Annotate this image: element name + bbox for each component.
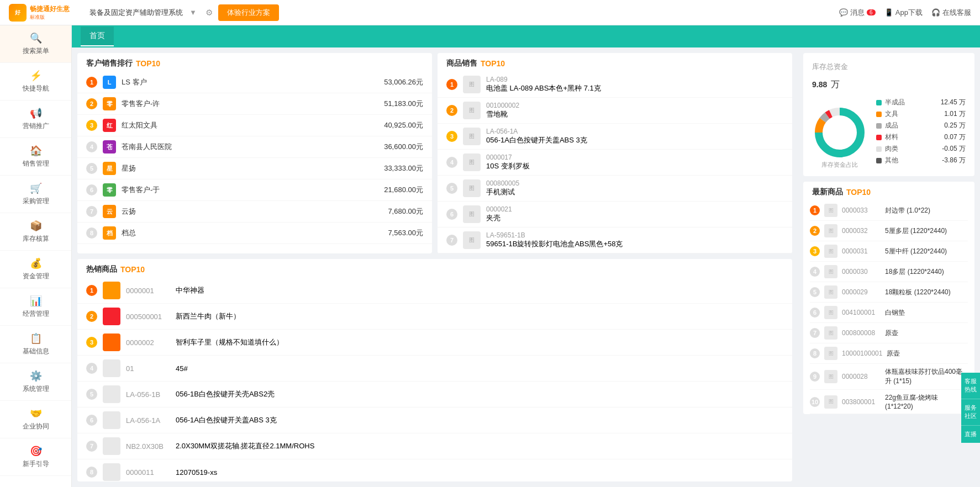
product-name: 智利车子里（规格不知道填什么） <box>176 337 283 347</box>
rank-number: 6 <box>810 308 820 317</box>
sidebar: 🔍 搜索菜单 ⚡ 快捷导航 📢 营销推广 🏠 销售管理 🛒 采购管理 📦 库存核… <box>0 25 72 487</box>
rank-number: 8 <box>86 467 97 478</box>
avatar: 零 <box>103 97 116 110</box>
sidebar-item-marketing[interactable]: 📢 营销推广 <box>0 100 71 138</box>
rank-number: 5 <box>86 389 97 400</box>
product-thumbnail: 图 <box>463 231 481 249</box>
product-name: 45# <box>176 364 188 373</box>
rank-number: 1 <box>86 77 97 88</box>
main-layout: 🔍 搜索菜单 ⚡ 快捷导航 📢 营销推广 🏠 销售管理 🛒 采购管理 📦 库存核… <box>0 25 980 487</box>
rank-number: 8 <box>86 227 97 239</box>
sidebar-item-inventory[interactable]: 📦 库存核算 <box>0 213 71 251</box>
settings-icon[interactable]: ⚙ <box>206 8 213 18</box>
system-selector: 装备及固定资产辅助管理系统 ▼ ⚙ <box>89 8 213 18</box>
sidebar-item-basic-info[interactable]: 📋 基础信息 <box>0 326 71 363</box>
logo-text: 畅捷通好生意 标准版 <box>30 4 70 21</box>
top-two-col: 客户销售排行 TOP10 1 L LS 客户 53,006.26元 <box>77 53 792 253</box>
rank-number: 2 <box>86 311 97 322</box>
trial-button[interactable]: 体验行业方案 <box>218 4 279 21</box>
dropdown-arrow-icon[interactable]: ▼ <box>189 8 197 17</box>
product-thumbnail <box>103 463 120 481</box>
avatar: 星 <box>103 162 116 175</box>
sidebar-label-search: 搜索菜单 <box>23 46 49 56</box>
system-name: 装备及固定资产辅助管理系统 <box>89 8 183 18</box>
live-button[interactable]: 直播 <box>961 426 980 443</box>
inventory-amount: 9.88 万 <box>812 74 966 91</box>
cooperation-icon: 🤝 <box>30 407 42 420</box>
purchase-icon: 🛒 <box>30 182 42 194</box>
product-code: 0000021 <box>486 205 783 213</box>
sidebar-item-system[interactable]: ⚙️ 系统管理 <box>0 363 71 401</box>
product-code: NB2.0X30B <box>126 442 170 451</box>
avatar: 档 <box>103 226 116 240</box>
table-row: 5 星 星扬 33,333.00元 <box>77 158 432 179</box>
legend-color <box>876 158 882 163</box>
sidebar-label-inventory: 库存核算 <box>23 234 49 244</box>
table-row: 1 L LS 客户 53,006.26元 <box>77 72 432 93</box>
sidebar-item-finance[interactable]: 💰 资金管理 <box>0 251 71 288</box>
product-code: LA-056-1B <box>126 390 170 399</box>
product-code: 01 <box>126 364 170 373</box>
rank-number: 6 <box>86 184 97 195</box>
sales-icon: 🏠 <box>30 145 42 157</box>
avatar: 零 <box>103 183 116 197</box>
table-row: 3 红 红太阳文具 40,925.00元 <box>77 115 432 136</box>
app-download-button[interactable]: 📱 App下载 <box>884 8 923 18</box>
list-item: 8 图 10000100001 原壶 <box>810 343 968 364</box>
donut-label: 库存资金占比 <box>812 161 867 169</box>
product-name: 59651-1B旋转投影灯电池盒ABS黑色+58克 <box>486 239 783 249</box>
marketing-icon: 📢 <box>30 107 42 119</box>
legend-color <box>876 146 882 152</box>
rank-number: 1 <box>86 285 97 296</box>
product-info: 0000021 夹壳 <box>486 205 783 223</box>
product-code: 0000002 <box>126 338 170 347</box>
sidebar-label-basic-info: 基础信息 <box>23 347 49 356</box>
sidebar-item-operations[interactable]: 📊 经营管理 <box>0 288 71 326</box>
sidebar-label-guide: 新手引导 <box>23 459 49 469</box>
basic-info-icon: 📋 <box>30 332 42 345</box>
sidebar-item-cooperation[interactable]: 🤝 企业协同 <box>0 401 71 438</box>
product-thumbnail: 图 <box>463 205 481 223</box>
content-area: 首页 客户销售排行 TOP10 1 <box>72 25 980 487</box>
product-thumbnail <box>103 308 120 325</box>
avatar: 云 <box>103 205 116 218</box>
customer-service-button[interactable]: 客服热线 <box>961 373 980 399</box>
list-item: 1 0000001 中华神器 <box>77 278 792 304</box>
legend: 半成品 12.45 万 文具 1.01 万 成品 0 <box>876 98 966 167</box>
sidebar-item-quick-nav[interactable]: ⚡ 快捷导航 <box>0 63 71 100</box>
rank-number: 7 <box>86 441 97 452</box>
community-button[interactable]: 服务社区 <box>961 399 980 426</box>
message-button[interactable]: 💬 消息 6 <box>839 8 876 18</box>
finance-icon: 💰 <box>30 257 42 269</box>
list-item: 8 0000011 12070519-xs <box>77 459 792 481</box>
rank-number: 8 <box>810 348 820 358</box>
logo: 好 畅捷通好生意 标准版 <box>9 4 81 22</box>
legend-item: 半成品 12.45 万 <box>876 98 966 107</box>
sidebar-item-search[interactable]: 🔍 搜索菜单 <box>0 25 71 63</box>
sidebar-item-guide[interactable]: 🎯 新手引导 <box>0 438 71 476</box>
table-row: 4 苍 苍南县人民医院 36,600.00元 <box>77 136 432 158</box>
nav-item-home[interactable]: 首页 <box>81 27 114 46</box>
rank-number: 5 <box>86 163 97 174</box>
list-item: 6 图 0000021 夹壳 <box>438 202 792 227</box>
product-thumbnail: 图 <box>824 224 837 237</box>
product-code: 0000029 <box>842 288 881 296</box>
product-name: 新西兰牛肉（新牛） <box>176 311 240 321</box>
list-item: 4 图 0000030 18多层 (1220*2440) <box>810 262 968 282</box>
rank-number: 2 <box>810 226 820 236</box>
product-info: LA-59651-1B 59651-1B旋转投影灯电池盒ABS黑色+58克 <box>486 231 783 249</box>
avatar: 红 <box>103 119 116 132</box>
legend-item: 肉类 -0.05 万 <box>876 144 966 153</box>
product-info: LA-056-1A 056-1A白色按键开关盖ABS 3克 <box>486 128 783 145</box>
product-code: 003800001 <box>842 398 881 406</box>
list-item: 9 图 0000028 体瓶嘉枝味苏打饮品400毫升 (1*15) <box>810 364 968 390</box>
inventory-title: 库存总资金 <box>812 62 966 72</box>
product-code: LA-056-1A <box>486 128 783 135</box>
hot-products-list: 1 0000001 中华神器 2 000500001 新西兰牛肉（新牛） <box>77 278 792 481</box>
sidebar-item-sales[interactable]: 🏠 销售管理 <box>0 138 71 176</box>
product-info: 001000002 雪地靴 <box>486 102 783 119</box>
logo-icon: 好 <box>9 4 27 22</box>
sidebar-item-purchase[interactable]: 🛒 采购管理 <box>0 176 71 213</box>
product-thumbnail: 图 <box>824 370 837 383</box>
online-service-button[interactable]: 🎧 在线客服 <box>931 8 971 18</box>
